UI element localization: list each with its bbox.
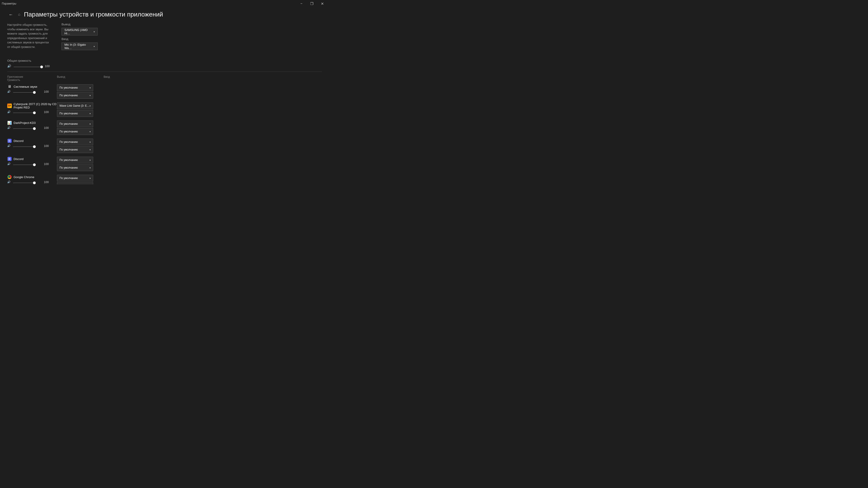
discord-icon: D xyxy=(7,138,12,143)
app-row: D Discord 🔊 100 По умолчанию ▾ По ум xyxy=(7,138,322,154)
master-volume-value: 100 xyxy=(45,64,52,68)
app-name-row: D Discord xyxy=(7,138,57,143)
app-name: Discord xyxy=(13,157,24,161)
app-volume-icon: 🔊 xyxy=(7,162,12,165)
app-input-dropdown[interactable]: По умолчанию ▾ xyxy=(57,183,93,185)
app-volume-icon: 🔊 xyxy=(7,126,12,129)
app-volume-row: 🔊 100 xyxy=(7,162,57,166)
output-dropdown[interactable]: SAMSUNG (AMD Hi… ▾ xyxy=(62,28,98,35)
barchart-icon: 📊 xyxy=(7,121,12,125)
section-divider xyxy=(7,71,322,72)
apps-header-output-col: Вывод xyxy=(57,75,65,82)
app-input-dropdown[interactable]: По умолчанию ▾ xyxy=(57,92,93,99)
app-row: Google Chrome 🔊 100 По умолчанию ▾ По ум… xyxy=(7,174,322,185)
app-volume-slider-container xyxy=(13,110,42,114)
app-input-value: По умолчанию xyxy=(59,148,78,151)
input-value: Mic In (3- Elgato Wa… xyxy=(64,43,94,50)
app-row: 📊 DarkProject-KD3 🔊 100 По умолчанию ▾ xyxy=(7,120,322,136)
app-volume-slider[interactable] xyxy=(13,92,36,93)
apps-header-input-label: Ввод xyxy=(103,75,110,78)
app-name-row: CP Cyberpunk 2077 (C) 2020 by CD Projekt… xyxy=(7,102,57,109)
app-input-dropdown-arrow: ▾ xyxy=(90,149,91,151)
app-output-dropdown-arrow: ▾ xyxy=(90,123,91,125)
apps-header-input-col: Ввод xyxy=(103,75,110,82)
app-volume-value: 100 xyxy=(44,181,51,184)
close-button[interactable]: ✕ xyxy=(317,0,328,7)
app-volume-slider-container xyxy=(13,126,42,130)
app-input-dropdown-arrow: ▾ xyxy=(90,94,91,97)
app-name-row: D Discord xyxy=(7,157,57,161)
app-row: CP Cyberpunk 2077 (C) 2020 by CD Projekt… xyxy=(7,101,322,118)
page-description: Настройте общую громкость, чтобы изменит… xyxy=(7,23,53,49)
app-info: 🖥 Системные звуки 🔊 100 xyxy=(7,84,57,93)
title-bar-title: Параметры xyxy=(2,2,16,5)
app-input-value: По умолчанию xyxy=(59,94,78,97)
input-label: Ввод xyxy=(62,37,322,41)
restore-button[interactable]: ❐ xyxy=(307,0,317,7)
master-volume-section: Общая громкость 🔊 100 xyxy=(7,59,322,68)
app-volume-value: 100 xyxy=(44,162,51,166)
app-dropdowns: По умолчанию ▾ По умолчанию ▾ xyxy=(57,175,93,185)
minimize-button[interactable]: − xyxy=(296,0,307,7)
input-section: Ввод Mic In (3- Elgato Wa… ▾ xyxy=(62,37,322,50)
app-volume-value: 100 xyxy=(44,126,51,130)
app-input-dropdown[interactable]: По умолчанию ▾ xyxy=(57,164,93,171)
app-input-dropdown-arrow: ▾ xyxy=(90,167,91,169)
output-value: SAMSUNG (AMD Hi… xyxy=(64,28,94,35)
apps-header-output-label: Вывод xyxy=(57,75,65,78)
app-volume-row: 🔊 100 xyxy=(7,144,57,148)
app-name-row: 🖥 Системные звуки xyxy=(7,84,57,89)
app-volume-row: 🔊 100 xyxy=(7,110,57,114)
app-output-dropdown[interactable]: По умолчанию ▾ xyxy=(57,138,93,145)
app-volume-icon: 🔊 xyxy=(7,90,12,93)
app-name: Системные звуки xyxy=(13,85,37,88)
app-volume-slider[interactable] xyxy=(13,128,36,129)
output-section: Вывод SAMSUNG (AMD Hi… ▾ xyxy=(62,23,322,35)
app-volume-slider-container xyxy=(13,162,42,166)
input-dropdown[interactable]: Mic In (3- Elgato Wa… ▾ xyxy=(62,42,98,50)
app-dropdowns: По умолчанию ▾ По умолчанию ▾ xyxy=(57,121,93,135)
app-input-dropdown-arrow: ▾ xyxy=(90,112,91,115)
master-volume-slider[interactable] xyxy=(13,67,43,67)
app-output-value: По умолчанию xyxy=(59,140,78,143)
app-output-dropdown[interactable]: По умолчанию ▾ xyxy=(57,157,93,163)
app-name: Google Chrome xyxy=(13,175,34,179)
app-input-value: По умолчанию xyxy=(59,112,78,115)
app-input-dropdown[interactable]: По умолчанию ▾ xyxy=(57,110,93,117)
app-input-dropdown[interactable]: По умолчанию ▾ xyxy=(57,128,93,135)
app-volume-slider[interactable] xyxy=(13,165,36,165)
title-bar-controls: − ❐ ✕ xyxy=(296,0,328,7)
volume-icon: 🔊 xyxy=(7,64,12,68)
app-name-row: 📊 DarkProject-KD3 xyxy=(7,121,57,125)
master-volume-row: 🔊 100 xyxy=(7,64,322,68)
page-title: Параметры устройств и громкости приложен… xyxy=(24,11,163,18)
app-output-dropdown[interactable]: Wave Link Game (3- Е… ▾ xyxy=(57,102,93,109)
app-volume-slider[interactable] xyxy=(13,183,36,183)
main-content: ← ⌂ Параметры устройств и громкости прил… xyxy=(0,7,329,185)
app-volume-value: 100 xyxy=(44,90,51,93)
app-input-dropdown[interactable]: По умолчанию ▾ xyxy=(57,146,93,153)
app-dropdowns: По умолчанию ▾ По умолчанию ▾ xyxy=(57,157,93,171)
discord-icon: D xyxy=(7,157,12,161)
top-section: Настройте общую громкость, чтобы изменит… xyxy=(7,23,322,54)
back-button[interactable]: ← xyxy=(7,11,14,18)
app-output-dropdown-arrow: ▾ xyxy=(90,105,91,107)
app-volume-slider[interactable] xyxy=(13,112,36,113)
app-name: DarkProject-KD3 xyxy=(13,121,36,125)
app-output-dropdown[interactable]: По умолчанию ▾ xyxy=(57,84,93,91)
app-name: Discord xyxy=(13,139,24,142)
app-output-value: По умолчанию xyxy=(59,122,78,125)
app-output-dropdown-arrow: ▾ xyxy=(90,159,91,161)
app-output-dropdown[interactable]: По умолчанию ▾ xyxy=(57,121,93,127)
app-volume-slider-container xyxy=(13,144,42,148)
master-volume-label: Общая громкость xyxy=(7,59,322,62)
input-dropdown-arrow: ▾ xyxy=(94,45,95,48)
app-output-value: По умолчанию xyxy=(59,158,78,162)
app-output-dropdown[interactable]: По умолчанию ▾ xyxy=(57,175,93,182)
device-settings-col: Вывод SAMSUNG (AMD Hi… ▾ Ввод Mic In (3-… xyxy=(62,23,322,54)
app-input-dropdown-arrow: ▾ xyxy=(90,130,91,133)
app-output-dropdown-arrow: ▾ xyxy=(90,87,91,89)
home-icon: ⌂ xyxy=(18,12,20,17)
app-output-value: По умолчанию xyxy=(59,86,78,89)
app-volume-slider[interactable] xyxy=(13,147,36,147)
